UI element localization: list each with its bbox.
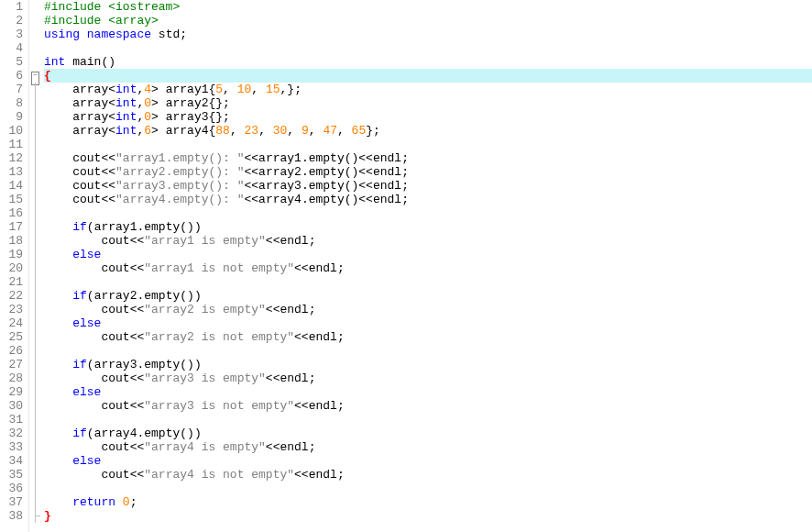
token-string: "array2.empty(): " (115, 165, 244, 179)
fold-cell (29, 330, 42, 344)
token-normal: ; (294, 83, 302, 96)
token-number: 65 (352, 124, 367, 138)
token-normal: ()) (180, 358, 201, 371)
token-normal (44, 495, 72, 509)
code-line[interactable]: if(array3.empty()) (44, 358, 812, 371)
token-number: 5 (215, 83, 223, 96)
code-area[interactable]: #include <iostream>#include <array>using… (42, 0, 812, 532)
code-line[interactable]: cout<<"array1.empty(): "<<array1.empty()… (44, 151, 812, 165)
code-line[interactable] (44, 138, 812, 151)
token-preproc: #include <iostream> (44, 0, 180, 14)
line-number: 9 (0, 110, 23, 124)
token-normal: cout (44, 165, 101, 179)
code-line[interactable]: cout<<"array2.empty(): "<<array2.empty()… (44, 165, 812, 179)
token-keyword: else (72, 385, 101, 399)
token-normal (44, 289, 72, 303)
token-normal: << (101, 151, 115, 165)
token-normal: << (130, 261, 145, 275)
code-line[interactable]: cout<<"array1 is empty"<<endl; (44, 234, 812, 248)
fold-cell (29, 248, 42, 261)
fold-column[interactable]: − (29, 0, 42, 532)
code-line[interactable]: array<int,6> array4{88, 23, 30, 9, 47, 6… (44, 124, 812, 138)
line-number: 21 (0, 275, 23, 289)
code-line[interactable]: { (44, 69, 812, 83)
code-line[interactable]: if(array2.empty()) (44, 289, 812, 303)
code-line[interactable] (44, 482, 812, 495)
code-line[interactable]: else (44, 316, 812, 330)
token-normal: << (244, 151, 258, 165)
token-normal: array (44, 96, 108, 110)
code-line[interactable]: cout<<"array1 is not empty"<<endl; (44, 261, 812, 275)
code-line[interactable]: cout<<"array2 is empty"<<endl; (44, 303, 812, 316)
code-line[interactable]: using namespace std; (44, 28, 812, 41)
fold-cell (29, 385, 42, 399)
token-normal: ; (401, 151, 409, 165)
token-keyword: int (115, 124, 137, 138)
token-normal: cout (44, 440, 130, 454)
token-normal: , (258, 124, 273, 138)
fold-cell (29, 358, 42, 371)
code-line[interactable]: cout<<"array4 is not empty"<<endl; (44, 468, 812, 482)
token-normal (44, 248, 72, 261)
token-normal: ( (87, 358, 94, 371)
line-number: 4 (0, 41, 23, 55)
line-number: 24 (0, 316, 23, 330)
code-line[interactable]: cout<<"array2 is not empty"<<endl; (44, 330, 812, 344)
code-line[interactable] (44, 413, 812, 427)
token-redb: } (44, 509, 51, 523)
token-normal: ; (130, 495, 137, 509)
token-normal (115, 495, 123, 509)
fold-cell (29, 124, 42, 138)
line-number: 25 (0, 330, 23, 344)
code-line[interactable]: #include <iostream> (44, 0, 812, 14)
token-normal: ; (337, 399, 345, 413)
token-normal: << (130, 234, 145, 248)
token-normal: empty (309, 193, 345, 206)
code-line[interactable]: cout<<"array4 is empty"<<endl; (44, 440, 812, 454)
token-normal: array (44, 110, 108, 124)
code-line[interactable]: return 0; (44, 495, 812, 509)
token-normal: << (266, 234, 280, 248)
code-line[interactable]: cout<<"array3.empty(): "<<array3.empty()… (44, 179, 812, 193)
code-line[interactable]: else (44, 385, 812, 399)
code-line[interactable]: array<int,0> array2{}; (44, 96, 812, 110)
code-line[interactable]: int main() (44, 55, 812, 69)
line-number-gutter: 1234567891011121314151617181920212223242… (0, 0, 29, 532)
code-line[interactable]: #include <array> (44, 14, 812, 28)
token-string: "array1 is not empty" (144, 261, 294, 275)
token-normal: cout (44, 193, 101, 206)
code-line[interactable] (44, 206, 812, 220)
token-normal: array3 (258, 179, 302, 193)
token-normal: array1 (159, 83, 209, 96)
fold-cell (29, 303, 42, 316)
code-line[interactable]: array<int,0> array3{}; (44, 110, 812, 124)
line-number: 11 (0, 138, 23, 151)
token-normal: } (366, 124, 373, 138)
token-number: 47 (323, 124, 337, 138)
token-normal: < (108, 83, 115, 96)
token-normal (44, 427, 72, 440)
code-line[interactable]: array<int,4> array1{5, 10, 15,}; (44, 83, 812, 96)
code-line[interactable]: cout<<"array3 is not empty"<<endl; (44, 399, 812, 413)
line-number: 28 (0, 371, 23, 385)
token-normal: ; (337, 330, 345, 344)
code-line[interactable]: else (44, 248, 812, 261)
code-line[interactable]: if(array4.empty()) (44, 427, 812, 440)
token-normal: , (230, 124, 245, 138)
code-line[interactable]: if(array1.empty()) (44, 220, 812, 234)
code-line[interactable] (44, 41, 812, 55)
code-line[interactable] (44, 275, 812, 289)
token-normal: ( (87, 427, 94, 440)
code-line[interactable] (44, 344, 812, 358)
code-line[interactable]: cout<<"array3 is empty"<<endl; (44, 371, 812, 385)
line-number: 7 (0, 83, 23, 96)
token-normal: , (337, 124, 352, 138)
code-line[interactable]: } (44, 509, 812, 523)
line-number: 30 (0, 399, 23, 413)
code-line[interactable]: else (44, 454, 812, 468)
token-normal: array4 (94, 427, 137, 440)
token-normal: } (287, 83, 294, 96)
code-editor[interactable]: 1234567891011121314151617181920212223242… (0, 0, 812, 532)
token-normal: << (266, 303, 280, 316)
code-line[interactable]: cout<<"array4.empty(): "<<array4.empty()… (44, 193, 812, 206)
